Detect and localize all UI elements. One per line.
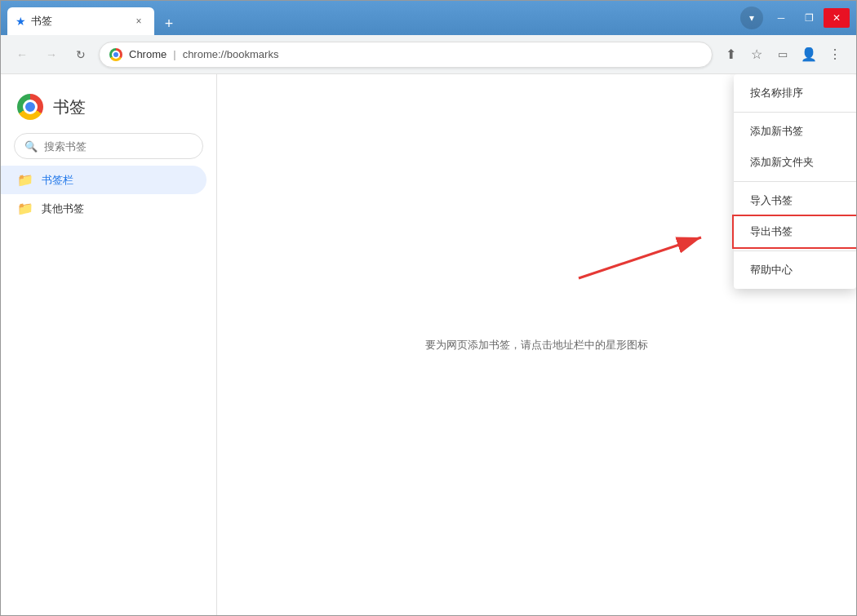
empty-hint: 要为网页添加书签，请点击地址栏中的星形图标 xyxy=(425,338,648,352)
search-input[interactable] xyxy=(44,140,193,153)
forward-button[interactable]: → xyxy=(40,43,63,66)
titlebar: ★ 书签 × + ▾ ─ ❐ ✕ xyxy=(1,1,856,35)
main-area: 书签 🔍 📁 书签栏 📁 其他书签 要为网页添加书签，请点击地址栏中的星形图标 … xyxy=(1,74,856,615)
back-button[interactable]: ← xyxy=(11,43,33,66)
menu-divider-3 xyxy=(734,250,856,251)
menu-item-help-center[interactable]: 帮助中心 xyxy=(734,255,856,286)
menu-divider-1 xyxy=(734,112,856,113)
sidebar-item-label-other-bookmarks: 其他书签 xyxy=(42,202,84,216)
sidebar: 书签 🔍 📁 书签栏 📁 其他书签 xyxy=(1,74,217,615)
menu-item-export-bookmarks[interactable]: 导出书签 xyxy=(734,216,856,247)
maximize-button[interactable]: ❐ xyxy=(796,8,822,28)
close-window-icon: ✕ xyxy=(833,12,841,24)
chrome-label: Chrome xyxy=(129,48,167,60)
share-icon: ⬆ xyxy=(726,47,736,62)
active-tab[interactable]: ★ 书签 × xyxy=(7,7,154,35)
minimize-button[interactable]: ─ xyxy=(768,8,794,28)
address-url: chrome://bookmarks xyxy=(183,48,279,60)
reload-icon: ↻ xyxy=(76,48,86,61)
share-button[interactable]: ⬆ xyxy=(719,43,742,66)
chrome-logo-icon xyxy=(109,48,122,61)
tab-dropdown-button[interactable]: ▾ xyxy=(740,7,763,29)
cast-button[interactable]: ▭ xyxy=(771,43,794,66)
folder-icon-other-bookmarks: 📁 xyxy=(17,201,33,216)
tab-strip: ★ 书签 × + xyxy=(7,1,740,35)
menu-icon: ⋮ xyxy=(828,47,841,62)
sidebar-item-label-bookmarks-bar: 书签栏 xyxy=(42,173,73,188)
menu-item-import-bookmarks[interactable]: 导入书签 xyxy=(734,185,856,216)
folder-icon-bookmarks-bar: 📁 xyxy=(17,172,33,188)
tab-title: 书签 xyxy=(31,14,127,29)
menu-divider-2 xyxy=(734,181,856,182)
cast-icon: ▭ xyxy=(778,48,788,60)
sidebar-title: 书签 xyxy=(53,96,86,118)
search-icon: 🔍 xyxy=(24,140,38,153)
address-separator: | xyxy=(173,48,175,60)
menu-item-add-folder[interactable]: 添加新文件夹 xyxy=(734,147,856,178)
sidebar-item-other-bookmarks[interactable]: 📁 其他书签 xyxy=(1,194,206,223)
browser-window: ★ 书签 × + ▾ ─ ❐ ✕ ← → xyxy=(0,0,857,616)
tab-favicon: ★ xyxy=(16,15,26,28)
profile-icon: 👤 xyxy=(801,47,817,62)
menu-button[interactable]: ⋮ xyxy=(824,43,846,66)
chrome-logo-large xyxy=(17,94,43,120)
dropdown-menu: 按名称排序 添加新书签 添加新文件夹 导入书签 导出书签 帮助中心 xyxy=(734,74,856,289)
star-icon: ☆ xyxy=(751,47,762,62)
back-icon: ← xyxy=(16,48,28,61)
menu-item-sort-by-name[interactable]: 按名称排序 xyxy=(734,78,856,109)
forward-icon: → xyxy=(46,48,57,61)
close-window-button[interactable]: ✕ xyxy=(824,8,850,28)
svg-line-1 xyxy=(579,237,701,278)
addressbar: ← → ↻ Chrome | chrome://bookmarks ⬆ ☆ ▭ … xyxy=(1,35,856,74)
profile-button[interactable]: 👤 xyxy=(797,43,820,66)
window-controls: ─ ❐ ✕ xyxy=(768,8,850,28)
new-tab-button[interactable]: + xyxy=(158,12,180,35)
maximize-icon: ❐ xyxy=(805,12,814,24)
close-tab-button[interactable]: × xyxy=(131,14,146,29)
sidebar-header: 书签 xyxy=(1,87,216,133)
minimize-icon: ─ xyxy=(778,12,785,24)
search-bar[interactable]: 🔍 xyxy=(14,133,203,159)
toolbar-icons: ⬆ ☆ ▭ 👤 ⋮ xyxy=(719,43,846,66)
menu-item-add-bookmark[interactable]: 添加新书签 xyxy=(734,116,856,147)
address-input[interactable]: Chrome | chrome://bookmarks xyxy=(99,42,713,68)
bookmark-star-button[interactable]: ☆ xyxy=(745,43,768,66)
content-area: 要为网页添加书签，请点击地址栏中的星形图标 按名称排序 添加新书签 添加新文件夹… xyxy=(217,74,856,615)
arrow-indicator xyxy=(562,221,726,290)
sidebar-item-bookmarks-bar[interactable]: 📁 书签栏 xyxy=(1,166,206,194)
reload-button[interactable]: ↻ xyxy=(69,43,92,66)
